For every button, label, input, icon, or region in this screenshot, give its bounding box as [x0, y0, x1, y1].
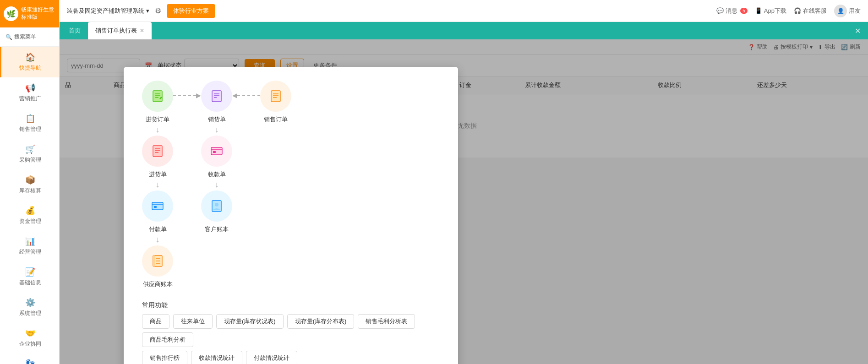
sidebar-item-finance[interactable]: 💰 资金管理 [0, 200, 59, 231]
newbie-icon: 👣 [25, 359, 35, 364]
sales-order-icon [260, 81, 291, 112]
sidebar-item-enterprise[interactable]: 🤝 企业协同 [0, 323, 59, 353]
arrow-down-1: ↓ [156, 125, 160, 134]
sales-bill-icon [201, 81, 232, 112]
sidebar-logo: 🌿 畅康通好生意 标准版 [0, 0, 59, 27]
func-btn-product[interactable]: 商品 [142, 314, 169, 329]
search-menu-button[interactable]: 🔍 搜索菜单 [4, 31, 55, 43]
sidebar-item-operations[interactable]: 📊 经营管理 [0, 231, 59, 261]
sidebar: 🌿 畅康通好生意 标准版 🔍 搜索菜单 🏠 快捷导航 📢 营销推广 📋 [0, 0, 60, 364]
common-functions: 常用功能 商品 往来单位 现存量(库存状况表) 现存量(库存分布表) 销售毛利分… [142, 301, 440, 364]
message-action[interactable]: 💬 消息 5 [716, 7, 748, 15]
flow-sales-bill[interactable]: 销货单 [201, 81, 232, 124]
function-buttons-row1: 商品 往来单位 现存量(库存状况表) 现存量(库存分布表) 销售毛利分析表 商品… [142, 314, 440, 347]
flow-payment-bill[interactable]: 付款单 [142, 190, 173, 234]
sidebar-navigation: 🏠 快捷导航 📢 营销推广 📋 销售管理 🛒 采购管理 📦 库存核算 💰 [0, 47, 59, 364]
svg-rect-20 [211, 147, 222, 155]
sidebar-item-sales[interactable]: 📋 销售管理 [0, 108, 59, 139]
flow-sales-order[interactable]: 销售订单 [260, 81, 291, 124]
flow-customer-ledger[interactable]: 客户账本 [201, 190, 232, 234]
svg-rect-22 [213, 151, 216, 153]
system-title-dropdown[interactable]: 装备及固定资产辅助管理系统 ▾ [67, 7, 149, 15]
func-btn-stock-dist[interactable]: 现存量(库存分布表) [287, 314, 355, 329]
sidebar-item-inventory[interactable]: 📦 库存核算 [0, 169, 59, 200]
common-functions-title: 常用功能 [142, 301, 440, 310]
sales-icon: 📋 [25, 114, 35, 124]
purchase-bill-icon [142, 136, 173, 167]
experience-btn[interactable]: 体验行业方案 [167, 4, 215, 18]
function-buttons-row2: 销售排行榜 收款情况统计 付款情况统计 [142, 351, 440, 364]
sidebar-item-marketing[interactable]: 📢 营销推广 [0, 77, 59, 108]
func-btn-sales-rank[interactable]: 销售排行榜 [142, 351, 187, 364]
svg-rect-16 [212, 91, 221, 102]
header: 装备及固定资产辅助管理系统 ▾ ⚙ 体验行业方案 💬 消息 5 📱 App下载 … [60, 0, 868, 22]
operations-icon: 📊 [25, 236, 35, 246]
inventory-icon: 📦 [25, 175, 35, 185]
arrow-down-3: ↓ [156, 235, 160, 244]
flow-supplier-ledger[interactable]: 供应商账本 [142, 245, 173, 288]
headset-icon: 🎧 [794, 7, 801, 14]
receipt-bill-icon [201, 136, 232, 167]
purchase-order-icon [142, 81, 173, 112]
sidebar-item-system[interactable]: ⚙️ 系统管理 [0, 292, 59, 323]
func-btn-stock-status[interactable]: 现存量(库存状况表) [216, 314, 284, 329]
customer-ledger-icon [201, 190, 232, 222]
purchase-icon: 🛒 [25, 144, 35, 154]
message-icon: 💬 [716, 7, 724, 14]
message-badge: 5 [740, 8, 748, 14]
logo-text: 畅康通好生意 标准版 [21, 6, 54, 21]
flow-purchase-order[interactable]: 进货订单 [142, 81, 173, 124]
search-icon: 🔍 [5, 34, 12, 40]
svg-rect-12 [153, 255, 155, 266]
app-download-action[interactable]: 📱 App下载 [755, 7, 786, 15]
header-actions: 💬 消息 5 📱 App下载 🎧 在线客服 👤 用友 [716, 5, 861, 17]
tab-bar-close-btn[interactable]: ✕ [849, 27, 866, 35]
flow-receipt-bill[interactable]: 收款单 [201, 136, 232, 179]
arrow-down-4: ↓ [215, 125, 219, 134]
arrow-down-5: ↓ [215, 180, 219, 189]
tab-home[interactable]: 首页 [61, 22, 88, 39]
func-btn-sales-profit[interactable]: 销售毛利分析表 [358, 314, 415, 329]
func-btn-product-profit[interactable]: 商品毛利分析 [142, 332, 193, 347]
app-icon: 📱 [755, 7, 762, 14]
sidebar-item-quick-nav[interactable]: 🏠 快捷导航 [0, 47, 59, 77]
svg-rect-4 [153, 146, 162, 157]
home-icon: 🏠 [25, 52, 35, 62]
tab-close-icon[interactable]: ✕ [140, 27, 144, 34]
sidebar-item-purchase[interactable]: 🛒 采购管理 [0, 139, 59, 169]
system-title: 装备及固定资产辅助管理系统 [67, 7, 144, 15]
dropdown-arrow-icon: ▾ [146, 7, 149, 14]
online-service-action[interactable]: 🎧 在线客服 [794, 7, 827, 15]
tab-sales-order-exec[interactable]: 销售订单执行表 ✕ [88, 22, 152, 39]
content-area: ❓ 帮助 🖨 按模板打印 ▾ ⬆ 导出 🔄 刷新 [60, 39, 868, 364]
svg-rect-0 [153, 91, 162, 102]
enterprise-icon: 🤝 [25, 328, 35, 338]
func-btn-receipt-stats[interactable]: 收款情况统计 [191, 351, 242, 364]
svg-point-24 [215, 203, 218, 206]
tab-bar: 首页 销售订单执行表 ✕ ✕ [60, 22, 868, 39]
logo-icon: 🌿 [4, 6, 18, 21]
svg-rect-25 [271, 91, 280, 102]
sidebar-item-basic-info[interactable]: 📝 基础信息 [0, 261, 59, 292]
svg-rect-8 [152, 202, 163, 210]
sidebar-item-newbie[interactable]: 👣 新手引导 [0, 353, 59, 364]
payment-bill-icon [142, 190, 173, 222]
sidebar-search[interactable]: 🔍 搜索菜单 [0, 27, 59, 47]
marketing-icon: 📢 [25, 83, 35, 93]
func-btn-partner[interactable]: 往来单位 [173, 314, 213, 329]
arrow-down-2: ↓ [156, 180, 160, 189]
basic-info-icon: 📝 [25, 267, 35, 277]
main-area: 装备及固定资产辅助管理系统 ▾ ⚙ 体验行业方案 💬 消息 5 📱 App下载 … [60, 0, 868, 364]
avatar: 👤 [834, 5, 847, 17]
user-profile[interactable]: 👤 用友 [834, 5, 861, 17]
settings-icon[interactable]: ⚙ [155, 6, 161, 15]
system-icon: ⚙️ [25, 298, 35, 308]
quick-nav-modal: 进货订单 ↓ [124, 67, 458, 364]
supplier-ledger-icon [142, 245, 173, 277]
flow-purchase-bill[interactable]: 进货单 [142, 136, 173, 179]
func-btn-payment-stats[interactable]: 付款情况统计 [246, 351, 297, 364]
svg-rect-10 [154, 206, 157, 208]
finance-icon: 💰 [25, 206, 35, 216]
